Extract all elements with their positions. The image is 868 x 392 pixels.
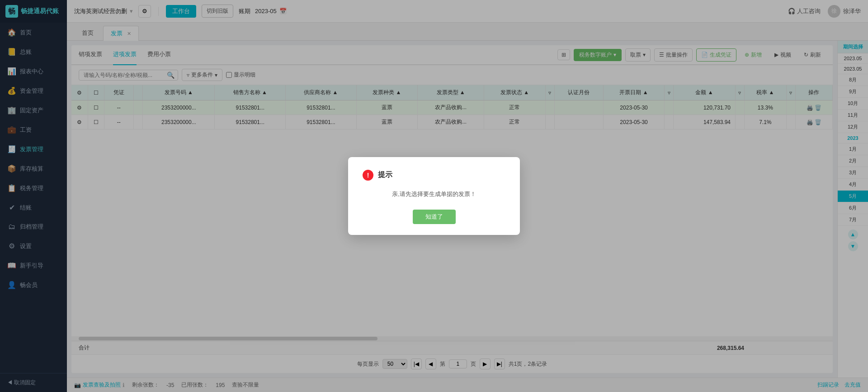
modal-overlay[interactable]: ! 提示 亲,请先选择要生成单据的发票！ 知道了 (0, 0, 868, 392)
modal-dialog: ! 提示 亲,请先选择要生成单据的发票！ 知道了 (348, 157, 520, 235)
modal-warning-icon: ! (363, 170, 373, 181)
modal-message: 亲,请先选择要生成单据的发票！ (363, 190, 505, 199)
modal-header: ! 提示 (363, 170, 505, 181)
modal-footer: 知道了 (363, 210, 505, 224)
modal-title: 提示 (378, 170, 392, 180)
modal-ok-button[interactable]: 知道了 (413, 210, 456, 224)
